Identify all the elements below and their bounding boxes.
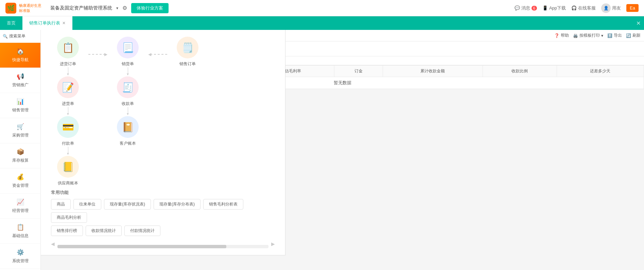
refresh-btn[interactable]: 🔄 刷新 — [626, 33, 641, 38]
top-header: 🌿 畅康通好生意 标准版 装备及固定资产辅助管理系统 ▾ ⚙ 体验行业方案 💬 … — [0, 0, 644, 16]
btn-goods[interactable]: 商品 — [51, 199, 71, 210]
payment-label: 付款单 — [62, 141, 74, 146]
btn-stock-dist[interactable]: 现存量(库存分布表) — [154, 199, 201, 210]
sidebar-item-finance[interactable]: 💰 资金管理 — [0, 168, 40, 194]
col-days-diff: 还差多少天 — [557, 66, 644, 77]
purchase-invoice-circle[interactable]: 📝 — [57, 76, 79, 98]
settings-icon[interactable]: ⚙ — [122, 5, 127, 11]
btn-goods-margin[interactable]: 商品毛利分析 — [51, 212, 87, 223]
logo-area: 🌿 畅康通好生意 标准版 — [5, 3, 46, 14]
sidebar-item-quick-nav[interactable]: 🏠 快捷导航 — [0, 43, 40, 68]
btn-sales-margin[interactable]: 销售毛利分析表 — [203, 199, 243, 210]
export-icon: ⬆️ — [607, 33, 612, 38]
sales-order-column: 🗒️ 销售订单 — [171, 37, 205, 67]
export-btn[interactable]: ⬆️ 导出 — [607, 33, 622, 38]
inventory-icon: 📦 — [17, 148, 24, 156]
print-dropdown-icon: ▾ — [601, 33, 603, 38]
sidebar-item-marketing[interactable]: 📢 营销推广 — [0, 68, 40, 93]
supplier-ledger-label: 供应商账本 — [58, 180, 78, 186]
sidebar-item-inventory[interactable]: 📦 库存核算 — [0, 143, 40, 168]
headset-icon: 🎧 — [571, 5, 577, 11]
app-download-btn[interactable]: 📱 App下载 — [542, 5, 566, 11]
sidebar-item-purchase[interactable]: 🛒 采购管理 — [0, 118, 40, 143]
receipt-label: 收款单 — [122, 101, 134, 107]
message-icon: 💬 — [515, 5, 520, 11]
arrow-down-4: ▼ — [126, 67, 129, 76]
customer-ledger-label: 客户账本 — [120, 141, 136, 146]
logo-icon: 🌿 — [5, 3, 16, 14]
try-solution-button[interactable]: 体验行业方案 — [131, 3, 169, 13]
tab-home[interactable]: 首页 — [0, 16, 22, 30]
mid-arrows-2: ◀ — [148, 37, 167, 66]
common-btns-row1: 商品 往来单位 现存量(库存状况表) 现存量(库存分布表) 销售毛利分析表 商品… — [51, 199, 275, 223]
help-btn[interactable]: ❓ 帮助 — [554, 33, 569, 38]
flow-node-customer-ledger[interactable]: 📔 客户账本 — [111, 116, 145, 146]
purchase-order-label: 进货订单 — [60, 61, 76, 67]
common-functions-title: 常用功能 — [51, 190, 275, 196]
message-badge: 6 — [532, 6, 537, 11]
purchase-order-circle[interactable]: 📋 — [57, 37, 79, 58]
system-dropdown[interactable]: ▾ — [116, 6, 118, 11]
btn-sales-rank[interactable]: 销售排行榜 — [51, 226, 83, 236]
scroll-left-btn[interactable]: ◀ — [51, 241, 55, 247]
header-actions: 💬 消息 6 📱 App下载 🎧 在线客服 👤 用友 Ea — [515, 3, 639, 13]
scroll-right-btn[interactable]: ▶ — [271, 241, 275, 247]
receipt-circle[interactable]: 🧾 — [117, 76, 139, 98]
logo-text: 畅康通好生意 标准版 — [19, 3, 41, 13]
template-print-btn[interactable]: 🖨️ 按模板打印 ▾ — [573, 33, 603, 38]
common-functions-section: 常用功能 商品 往来单位 现存量(库存状况表) 现存量(库存分布表) 销售毛利分… — [51, 190, 275, 236]
quick-nav-modal: 📋 进货订单 ▼ 📝 进货单 — [41, 30, 285, 255]
flow-node-purchase-invoice[interactable]: 📝 进货单 — [51, 76, 85, 107]
flow-diagram: 📋 进货订单 ▼ 📝 进货单 — [51, 37, 275, 186]
purchase-icon: 🛒 — [17, 123, 24, 130]
ea-button[interactable]: Ea — [626, 4, 639, 12]
message-btn[interactable]: 💬 消息 6 — [515, 5, 537, 11]
btn-stock-status[interactable]: 现存量(库存状况表) — [104, 199, 151, 210]
sidebar-item-sales[interactable]: 📊 销售管理 — [0, 93, 40, 118]
btn-payment-stats[interactable]: 付款情况统计 — [124, 226, 160, 236]
main-layout: 🔍 搜索菜单 🏠 快捷导航 📢 营销推广 📊 销售管理 🛒 采购管理 📦 库存核… — [0, 30, 644, 270]
flow-node-payment[interactable]: 💳 付款单 — [51, 116, 85, 146]
sales-order-circle[interactable]: 🗒️ — [177, 37, 198, 58]
flow-node-receipt[interactable]: 🧾 收款单 — [111, 76, 145, 107]
online-service-btn[interactable]: 🎧 在线客服 — [571, 5, 596, 11]
system-icon: ⚙️ — [17, 249, 24, 256]
sidebar-item-basic-info[interactable]: 📋 基础信息 — [0, 219, 40, 244]
common-btns-row2: 销售排行榜 收款情况统计 付款情况统计 — [51, 226, 275, 236]
flow-node-sales-order[interactable]: 🗒️ 销售订单 — [171, 37, 205, 67]
modal-scrollbar-thumb — [57, 245, 226, 248]
flow-node-sales-invoice[interactable]: 📃 销货单 — [111, 37, 145, 67]
supplier-ledger-circle[interactable]: 📒 — [57, 156, 79, 178]
basic-info-icon: 📋 — [17, 223, 24, 231]
tab-close-icon[interactable]: ✕ — [62, 21, 66, 25]
customer-ledger-circle[interactable]: 📔 — [117, 116, 139, 138]
help-icon: ❓ — [554, 33, 559, 38]
h-arrow-left: ◀ — [148, 44, 167, 66]
btn-receipt-stats[interactable]: 收款情况统计 — [86, 226, 122, 236]
operations-icon: 📈 — [17, 198, 24, 206]
search-menu-item[interactable]: 🔍 搜索菜单 — [0, 30, 40, 43]
payment-circle[interactable]: 💳 — [57, 116, 79, 138]
user-menu[interactable]: 👤 用友 — [601, 3, 621, 13]
arrow-down-2: ▼ — [66, 107, 70, 116]
sales-icon: 📊 — [17, 98, 24, 105]
sidebar-item-operations[interactable]: 📈 经营管理 — [0, 194, 40, 219]
sidebar: 🔍 搜索菜单 🏠 快捷导航 📢 营销推广 📊 销售管理 🛒 采购管理 📦 库存核… — [0, 30, 41, 270]
col-receipt-ratio: 收款比例 — [483, 66, 557, 77]
tab-sales-order[interactable]: 销售订单执行表 ✕ — [22, 16, 72, 30]
arrow-down-1: ▼ — [66, 67, 70, 76]
close-window-icon[interactable]: ✕ — [636, 20, 641, 26]
arrow-down-3: ▼ — [66, 146, 70, 156]
btn-contacts[interactable]: 往来单位 — [73, 199, 101, 210]
flow-node-purchase-order[interactable]: 📋 进货订单 — [51, 37, 85, 67]
flow-node-supplier-ledger[interactable]: 📒 供应商账本 — [51, 156, 85, 186]
modal-scrollbar-track — [57, 245, 268, 248]
col-total-receipt: 累计收款金额 — [383, 66, 483, 77]
sales-invoice-circle[interactable]: 📃 — [117, 37, 139, 58]
sales-order-label: 销售订单 — [179, 61, 196, 67]
h-arrow-right: ▶ — [88, 44, 107, 66]
sidebar-item-system[interactable]: ⚙️ 系统管理 — [0, 244, 40, 269]
home-icon: 🏠 — [17, 48, 24, 55]
avatar: 👤 — [601, 3, 611, 13]
marketing-icon: 📢 — [17, 73, 24, 80]
